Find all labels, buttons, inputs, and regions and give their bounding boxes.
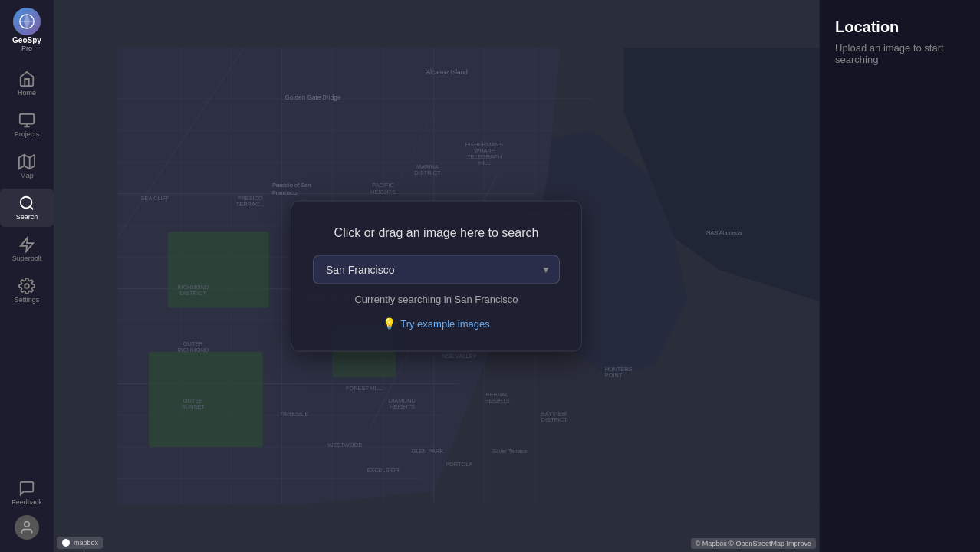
svg-text:WHARF: WHARF bbox=[474, 147, 495, 154]
home-icon bbox=[18, 71, 35, 87]
settings-icon bbox=[18, 278, 35, 294]
svg-point-79 bbox=[62, 539, 70, 547]
map-icon bbox=[18, 153, 35, 170]
home-label: Home bbox=[18, 89, 36, 97]
svg-text:SUNSET: SUNSET bbox=[182, 403, 206, 410]
svg-text:WESTWOOD: WESTWOOD bbox=[327, 442, 362, 449]
svg-line-6 bbox=[30, 206, 33, 209]
sidebar-item-superbolt[interactable]: Superbolt bbox=[0, 230, 54, 268]
location-select-wrapper: San Francisco New York Los Angeles Chica… bbox=[313, 255, 560, 284]
map-area[interactable]: RICHMOND DISTRICT OUTER RICHMOND OUTER S… bbox=[54, 0, 819, 552]
svg-text:DISTRICT: DISTRICT bbox=[541, 416, 568, 423]
projects-icon bbox=[18, 112, 35, 129]
svg-text:PARKSIDE: PARKSIDE bbox=[280, 410, 308, 417]
search-label: Search bbox=[16, 213, 38, 221]
search-icon bbox=[18, 195, 35, 212]
search-modal: Click or drag an image here to search Sa… bbox=[291, 201, 582, 352]
map-background: RICHMOND DISTRICT OUTER RICHMOND OUTER S… bbox=[54, 0, 819, 552]
svg-text:Presidio of San: Presidio of San bbox=[272, 182, 311, 189]
svg-marker-2 bbox=[19, 155, 35, 169]
svg-rect-36 bbox=[149, 352, 263, 447]
svg-text:GLEN PARK: GLEN PARK bbox=[411, 448, 443, 455]
osm-credit: © Mapbox © OpenStreetMap Improve bbox=[691, 538, 816, 549]
svg-text:Silver Terrace: Silver Terrace bbox=[492, 448, 527, 455]
try-examples-label: Try example images bbox=[400, 317, 490, 329]
panel-title: Location bbox=[835, 18, 965, 36]
superbolt-label: Superbolt bbox=[12, 255, 42, 262]
svg-text:DISTRICT: DISTRICT bbox=[180, 290, 207, 297]
svg-text:TERRAC...: TERRAC... bbox=[236, 201, 265, 208]
settings-label: Settings bbox=[15, 296, 40, 304]
svg-marker-7 bbox=[21, 238, 34, 251]
sidebar-item-settings[interactable]: Settings bbox=[0, 271, 54, 310]
location-select[interactable]: San Francisco New York Los Angeles Chica… bbox=[313, 255, 560, 284]
projects-label: Projects bbox=[15, 130, 40, 138]
svg-text:EXCELSIOR: EXCELSIOR bbox=[367, 467, 400, 474]
svg-text:HEIGHTS: HEIGHTS bbox=[485, 397, 510, 404]
svg-text:DISTRICT: DISTRICT bbox=[414, 169, 441, 176]
search-status: Currently searching in San Francisco bbox=[313, 294, 560, 305]
map-label: Map bbox=[20, 172, 34, 179]
sidebar: GeoSpy Pro Home Projects M bbox=[0, 0, 54, 552]
app-name: GeoSpy bbox=[12, 37, 41, 44]
sidebar-item-home[interactable]: Home bbox=[0, 64, 54, 103]
superbolt-icon bbox=[18, 236, 35, 253]
sidebar-item-map[interactable]: Map bbox=[0, 147, 54, 186]
try-examples-link[interactable]: 💡 Try example images bbox=[313, 317, 560, 330]
sidebar-item-projects[interactable]: Projects bbox=[0, 106, 54, 144]
svg-text:Golden Gate Bridge: Golden Gate Bridge bbox=[285, 94, 341, 101]
app-subtitle: Pro bbox=[21, 44, 32, 52]
mapbox-credit: mapbox bbox=[57, 537, 103, 549]
sidebar-bottom: Feedback bbox=[0, 474, 54, 540]
svg-rect-1 bbox=[20, 114, 34, 124]
svg-text:Alcatraz Island: Alcatraz Island bbox=[426, 69, 469, 76]
user-avatar[interactable] bbox=[15, 515, 39, 540]
svg-text:PORTOLA: PORTOLA bbox=[446, 461, 472, 468]
svg-text:FOREST HILL: FOREST HILL bbox=[346, 385, 383, 392]
svg-text:HEIGHTS: HEIGHTS bbox=[370, 189, 396, 196]
svg-text:HEIGHTS: HEIGHTS bbox=[390, 403, 415, 410]
svg-point-5 bbox=[21, 197, 32, 209]
svg-text:Francisco: Francisco bbox=[272, 189, 297, 196]
feedback-label: Feedback bbox=[12, 498, 42, 506]
sidebar-item-search[interactable]: Search bbox=[0, 189, 54, 227]
svg-text:HILL: HILL bbox=[478, 159, 491, 166]
app-logo[interactable]: GeoSpy Pro bbox=[12, 8, 41, 52]
feedback-icon bbox=[18, 480, 35, 497]
svg-text:RICHMOND: RICHMOND bbox=[177, 347, 209, 353]
svg-text:NOE VALLEY: NOE VALLEY bbox=[442, 353, 477, 360]
svg-text:NAS Alameda: NAS Alameda bbox=[706, 229, 742, 236]
right-panel: Location Upload an image to start search… bbox=[819, 0, 980, 552]
mapbox-logo bbox=[61, 538, 71, 547]
bulb-icon: 💡 bbox=[383, 317, 396, 330]
upload-prompt: Click or drag an image here to search bbox=[313, 226, 560, 240]
sidebar-nav: Home Projects Map Search bbox=[0, 64, 54, 474]
mapbox-text: mapbox bbox=[74, 539, 98, 547]
svg-point-9 bbox=[25, 522, 30, 527]
sidebar-item-feedback[interactable]: Feedback bbox=[0, 474, 54, 512]
logo-icon bbox=[13, 8, 41, 35]
svg-text:SEA CLIFF: SEA CLIFF bbox=[141, 195, 170, 202]
svg-point-8 bbox=[25, 284, 29, 288]
user-icon bbox=[19, 520, 35, 535]
panel-subtitle: Upload an image to start searching bbox=[835, 42, 965, 65]
svg-text:POINT: POINT bbox=[605, 372, 623, 379]
